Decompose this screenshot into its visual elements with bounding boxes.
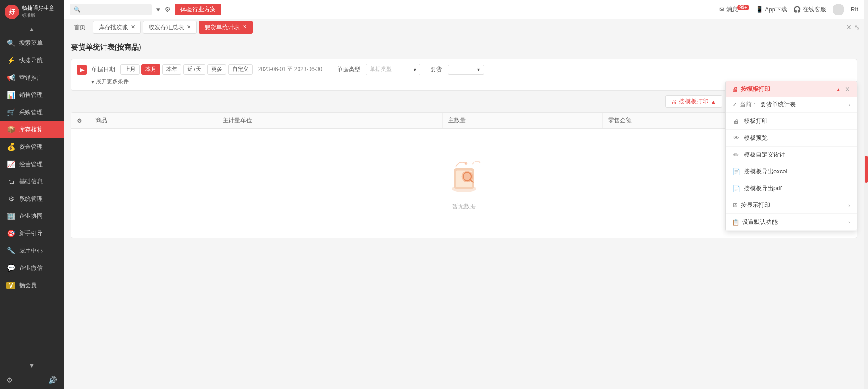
order-type-select[interactable]: 单据类型 ▾ [366,64,420,75]
tabs-bar: 首页 库存批次账 ✕ 收发存汇总表 ✕ 要货单统计表 ✕ ✕ ⤡ [64,19,864,35]
dropdown-close-btn[interactable]: ✕ [845,86,850,93]
checkmark-icon: ✓ [732,101,737,108]
dropdown-header: 🖨 按模板打印 ▲ ✕ [726,81,857,97]
eye-item-icon: 👁 [732,134,740,141]
page-title: 要货单统计表(按商品) [71,43,857,52]
empty-text: 暂无数据 [452,202,476,211]
tab-expand-icon[interactable]: ⤡ [854,24,860,31]
chevron-down-icon: ▾ [414,66,416,73]
date-buttons: 上月 本月 本年 近7天 更多 自定义 [120,64,253,75]
app-download-btn[interactable]: 📱 App下载 [756,5,787,14]
print-dropdown-panel: 🖨 按模板打印 ▲ ✕ ✓ 当前： 要货单统计表 › [725,81,857,231]
dropdown-section-set-default[interactable]: 📋 设置默认功能 › [726,214,857,231]
dropdown-item-template-pdf[interactable]: 📄 按模板导出pdf [726,180,857,197]
filter-row-1: 单据日期 上月 本月 本年 近7天 更多 自定义 2023-06-01 至 20… [91,64,851,75]
date-btn-7days[interactable]: 近7天 [183,64,205,75]
sidebar-item-system[interactable]: ⚙ 系统管理 [0,190,64,207]
date-btn-last-month[interactable]: 上月 [120,64,140,75]
sidebar-item-basic[interactable]: 🗂 基础信息 [0,173,64,190]
tab-label: 库存批次账 [99,23,128,31]
sidebar-item-label: 采购管理 [19,108,43,116]
sidebar-item-purchase[interactable]: 🛒 采购管理 [0,104,64,121]
tab-close-icon[interactable]: ✕ [131,24,135,30]
tab-close-all-icon[interactable]: ✕ [846,24,852,31]
date-btn-more[interactable]: 更多 [207,64,226,75]
tab-close-icon[interactable]: ✕ [243,24,247,30]
sidebar-scroll-up[interactable]: ▲ [0,24,64,35]
date-range-text: 2023-06-01 至 2023-06-30 [258,66,322,73]
print-template-btn[interactable]: 🖨 按模板打印 ▲ [665,95,722,108]
tab-home[interactable]: 首页 [68,21,91,34]
sidebar-item-finance[interactable]: 💰 资金管理 [0,138,64,156]
sidebar-item-shortcut[interactable]: ⚡ 快捷导航 [0,52,64,69]
online-service-btn[interactable]: 🎧 在线客服 [793,5,826,14]
printer-header-icon: 🖨 [732,86,738,93]
sidebar-item-label: 企业微信 [19,264,43,272]
tab-close-icon[interactable]: ✕ [187,24,191,30]
sidebar-item-search[interactable]: 🔍 搜索菜单 [0,35,64,52]
messages-btn[interactable]: ✉ 消息 99+ [719,5,749,14]
sidebar-item-label: 基础信息 [19,177,43,186]
date-btn-this-year[interactable]: 本年 [162,64,181,75]
sidebar-item-appstore[interactable]: 🔧 应用中心 [0,242,64,259]
right-scrollbar[interactable] [864,0,868,389]
sidebar-item-label: 新手引导 [19,229,43,237]
dropdown-item-template-design[interactable]: ✏ 模板自定义设计 [726,147,857,163]
cart-icon: 🛒 [6,108,15,116]
sidebar-item-enterprise[interactable]: 🏢 企业协同 [0,207,64,225]
sidebar-item-label: 搜索菜单 [19,39,43,47]
topbar-dropdown-icon[interactable]: ▾ [156,5,160,14]
th-gear[interactable]: ⚙ [71,113,90,129]
topbar-right: ✉ 消息 99+ 📱 App下载 🎧 在线客服 Rit [719,4,858,15]
tab-label: 要货单统计表 [205,23,240,31]
money-icon: 💰 [6,143,15,151]
sidebar-item-label: 应用中心 [19,247,43,255]
date-btn-custom[interactable]: 自定义 [228,64,253,75]
topbar-settings-icon[interactable]: ⚙ [165,5,170,14]
dropdown-section-display-print[interactable]: 🖥 按显示打印 › [726,197,857,214]
sidebar-item-member[interactable]: V 畅会员 [0,277,64,294]
sidebar-scroll-down[interactable]: ▼ [0,360,64,371]
sidebar-item-inventory[interactable]: 📦 库存核算 [0,121,64,138]
filter-expand-btn[interactable]: ▶ [77,65,87,75]
box-icon: 📦 [6,126,15,134]
topbar-search-box[interactable]: 🔍 [70,4,152,15]
default-icon: 📋 [732,219,739,226]
gear-icon: ⚙ [77,117,82,124]
flash-icon: ⚡ [6,56,15,65]
topbar-left: 🔍 ▾ ⚙ 体验行业方案 [70,4,221,15]
tab-order-summary[interactable]: 要货单统计表 ✕ [199,21,253,34]
app-version: 标准版 [22,12,55,19]
order-channel-label: 要货 [430,66,442,74]
tab-collect-summary[interactable]: 收发存汇总表 ✕ [143,21,197,34]
search-icon: 🔍 [74,6,80,13]
dropdown-item-template-print[interactable]: 🖨 模板打印 [726,113,857,130]
date-label: 单据日期 [91,66,115,74]
main-area: 🔍 ▾ ⚙ 体验行业方案 ✉ 消息 99+ 📱 App下载 🎧 在线客服 Rit [64,0,864,389]
date-btn-this-month[interactable]: 本月 [141,64,160,75]
sidebar-item-operation[interactable]: 📈 经营管理 [0,156,64,173]
home-tab-label: 首页 [74,23,85,31]
sidebar-item-sales[interactable]: 📊 销售管理 [0,86,64,104]
trial-btn[interactable]: 体验行业方案 [175,4,221,15]
dropdown-item-template-preview[interactable]: 👁 模板预览 [726,130,857,147]
sidebar-item-newbie[interactable]: 🎯 新手引导 [0,225,64,242]
order-channel-select[interactable]: ▾ [448,65,484,75]
empty-illustration [444,156,484,197]
settings-icon[interactable]: ⚙ [6,376,13,384]
audio-icon[interactable]: 🔊 [48,376,57,384]
avatar[interactable] [833,4,844,15]
chevron-up-icon: ▲ [710,98,716,105]
page-content: 要货单统计表(按商品) ▶ 单据日期 上月 本月 本年 近7天 更多 自定义 [64,35,864,389]
sidebar-footer: ⚙ 🔊 [0,371,64,389]
building-icon: 🏢 [6,212,15,220]
sidebar-item-wxbiz[interactable]: 💬 企业微信 [0,259,64,277]
dropdown-item-template-excel[interactable]: 📄 按模板导出excel [726,163,857,180]
sidebar-item-label: 资金管理 [19,143,43,151]
messages-badge: 99+ [737,5,749,10]
app-icon: 🔧 [6,247,15,255]
chat-icon: 💬 [6,264,15,272]
tab-inventory-batch[interactable]: 库存批次账 ✕ [93,21,141,34]
order-type-label: 单据类型 [337,66,360,74]
sidebar-item-marketing[interactable]: 📢 营销推广 [0,69,64,86]
